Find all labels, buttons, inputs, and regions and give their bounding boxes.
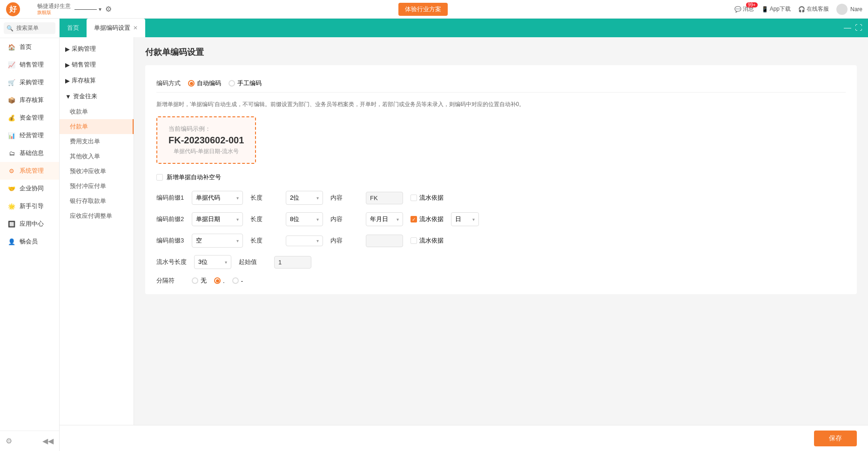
prefix3-length-select[interactable]: ▾ [286,236,323,246]
sub-group-capital-title[interactable]: ▼ 资金往来 [60,88,134,104]
svg-text:好: 好 [9,5,17,13]
auto-fill-checkbox[interactable] [156,174,163,181]
sub-item-receipt[interactable]: 收款单 [60,104,134,119]
manual-encode-radio[interactable]: 手工编码 [229,79,262,88]
sidebar-item-finance[interactable]: 💰 资金管理 [0,109,59,127]
sub-group-purchase: ▶ 采购管理 [60,41,134,57]
page-content: 付款单编码设置 编码方式 自动编码 手工编码 新增单据时，'单据编码'自动生成，… [134,37,868,425]
search-menu-btn[interactable]: 🔍 搜索菜单 [4,22,55,34]
sub-item-prepay-receive[interactable]: 预收冲应收单 [60,164,134,179]
maximize-icon[interactable]: ⛶ [855,24,862,32]
sidebar-item-member[interactable]: 👤 畅会员 [0,233,59,250]
sidebar-item-sales[interactable]: 📈 销售管理 [0,56,59,74]
prefix1-length-value: 2位 [290,194,299,202]
sep-none-label: 无 [201,276,207,285]
serial-len-label: 流水号长度 [156,258,187,266]
prefix3-select[interactable]: 空 ▾ [192,234,243,248]
sub-group-sales-title[interactable]: ▶ 销售管理 [60,57,134,73]
tab-home[interactable]: 首页 [60,19,87,37]
prefix2-row: 编码前缀2 单据日期 ▾ 长度 8位 ▾ 内容 年月日 ▾ [156,212,846,226]
sub-item-prepay-pay[interactable]: 预付冲应付单 [60,179,134,194]
member-icon: 👤 [7,237,16,246]
message-btn[interactable]: 💬 消息 99+ [734,5,754,13]
sidebar-settings-btn[interactable]: ⚙ [4,435,14,447]
tab-home-label: 首页 [67,24,79,32]
sidebar-item-purchase[interactable]: 🛒 采购管理 [0,74,59,91]
sidebar-item-enterprise[interactable]: 🤝 企业协同 [0,180,59,197]
appstore-icon: 🔲 [7,220,16,228]
settings-icon[interactable]: ⚙ [105,5,112,13]
sidebar-item-appstore[interactable]: 🔲 应用中心 [0,215,59,233]
sub-item-bank-deposit[interactable]: 银行存取款单 [60,194,134,209]
bottom-bar: 保存 [60,425,868,451]
prefix1-row: 编码前缀1 单据代码 ▾ 长度 2位 ▾ 内容 流水依据 [156,191,846,205]
chevron-down-icon: ▾ [316,195,319,201]
prefix3-length-label: 长度 [250,236,278,245]
prefix2-content-select[interactable]: 年月日 ▾ [366,212,403,226]
finance-icon: 💰 [7,114,16,122]
prefix2-serial-checkbox[interactable]: ✓ 流水依据 [410,215,444,223]
prefix2-value: 单据日期 [196,215,220,223]
sep-dot-radio[interactable]: . [214,277,225,284]
sidebar-item-home[interactable]: 🏠 首页 [0,38,59,56]
save-button[interactable]: 保存 [814,431,857,446]
prefix1-select[interactable]: 单据代码 ▾ [192,191,243,205]
sidebar-item-system[interactable]: ⚙ 系统管理 [0,162,59,180]
search-menu-label: 搜索菜单 [16,24,39,32]
prefix3-content-input[interactable] [366,235,403,247]
prefix1-length-select[interactable]: 2位 ▾ [286,191,323,205]
sub-item-receivable-adjust[interactable]: 应收应付调整单 [60,209,134,223]
operation-icon: 📊 [7,131,16,140]
prefix2-content-value: 年月日 [370,215,388,223]
avatar [836,4,848,15]
prefix1-content-input[interactable] [366,192,403,204]
sidebar-item-newguide[interactable]: 🌟 新手引导 [0,197,59,215]
logo-icon: 好 [6,2,20,17]
prefix3-row: 编码前缀3 空 ▾ 长度 ▾ 内容 流水依据 [156,234,846,248]
sub-group-label: 库存核算 [72,76,96,85]
app-download-btn[interactable]: 📱 App下载 [761,5,791,13]
sidebar-item-basic[interactable]: 🗂 基础信息 [0,144,59,162]
sub-item-expense[interactable]: 费用支出单 [60,134,134,149]
sub-item-other-income[interactable]: 其他收入单 [60,149,134,164]
sidebar-collapse-btn[interactable]: ◀◀ [40,435,55,447]
chevron-down-icon: ▼ [65,93,71,100]
sidebar-item-operation[interactable]: 📊 经营管理 [0,127,59,144]
encode-mode-label: 编码方式 [156,79,181,88]
tab-encode-setting[interactable]: 单据编码设置 ✕ [87,19,145,37]
sep-none-radio[interactable]: 无 [192,276,207,285]
sub-group-capital: ▼ 资金往来 收款单 付款单 费用支出单 其他收入单 预收冲应收单 预付冲应付单… [60,88,134,223]
auto-fill-label: 新增单据自动补空号 [167,173,221,182]
sub-group-sales: ▶ 销售管理 [60,57,134,73]
chevron-right-icon: ▶ [65,61,70,68]
serial-len-select[interactable]: 3位 ▾ [194,255,231,269]
prefix1-serial-checkbox[interactable]: 流水依据 [410,194,444,202]
prefix2-length-select[interactable]: 8位 ▾ [286,212,323,226]
message-badge: 99+ [746,2,758,7]
chevron-right-icon: ▶ [65,46,70,53]
prefix2-select[interactable]: 单据日期 ▾ [192,212,243,226]
home-icon: 🏠 [7,43,16,51]
minimize-icon[interactable]: — [844,24,851,32]
checkbox-icon [410,195,417,201]
chevron-down-icon: ▾ [236,238,239,243]
online-service-btn[interactable]: 🎧 在线客服 [798,5,829,13]
online-service-label: 在线客服 [807,5,829,13]
sidebar-menu: 🏠 首页 📈 销售管理 🛒 采购管理 📦 库存核算 💰 资金管理 📊 经营管理 … [0,38,59,431]
info-text: 新增单据时，'单据编码'自动生成，不可编辑。前缀设置为部门、业务员等档案类，开单… [156,100,846,109]
sep-dash-radio[interactable]: - [232,277,243,284]
company-selector[interactable]: ———— ▾ [74,6,101,13]
industry-btn[interactable]: 体验行业方案 [398,3,448,16]
start-val-input[interactable] [274,256,311,269]
auto-encode-label: 自动编码 [197,79,221,88]
top-bar-right: 💬 消息 99+ 📱 App下载 🎧 在线客服 Nare [734,4,862,15]
auto-encode-radio[interactable]: 自动编码 [188,79,221,88]
sub-group-purchase-title[interactable]: ▶ 采购管理 [60,41,134,57]
sub-group-warehouse-title[interactable]: ▶ 库存核算 [60,73,134,88]
sub-item-payment[interactable]: 付款单 [60,119,134,134]
prefix2-day-select[interactable]: 日 ▾ [451,212,479,226]
tab-close-icon[interactable]: ✕ [133,25,138,31]
prefix3-serial-checkbox[interactable]: 流水依据 [410,236,444,245]
user-info[interactable]: Nare [836,4,862,15]
sidebar-item-inventory[interactable]: 📦 库存核算 [0,91,59,109]
